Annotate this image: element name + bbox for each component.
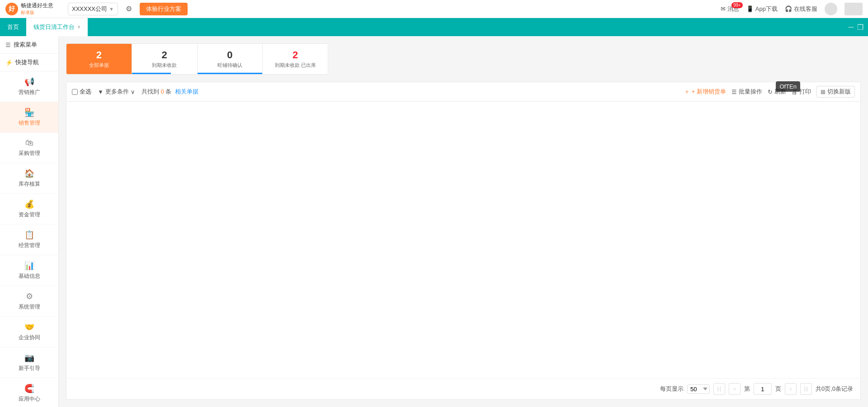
card-label-all: 全部单据: [75, 62, 123, 69]
card-label-overdue: 到期未收款: [141, 62, 188, 69]
plus-icon: ＋: [684, 88, 690, 96]
search-menu-button[interactable]: ☰ 搜索菜单: [0, 36, 58, 54]
first-page-button[interactable]: ⟨⟨: [713, 383, 725, 395]
total-pages-text: 共0页,0条记录: [816, 385, 853, 393]
inner-content: 2 全部单据 2 到期未收款 0 旺铺待确认: [59, 36, 868, 407]
operations-icon: 📋: [24, 230, 34, 240]
page-number-input[interactable]: [754, 383, 772, 395]
page-size-select[interactable]: 10 20 50 100: [687, 384, 710, 394]
toolbar-right: ＋ + 新增销货单 ☰ 批量操作 ↻ 刷新 🖨: [684, 86, 855, 98]
maximize-icon[interactable]: ❐: [857, 23, 863, 32]
sidebar-item-newbie[interactable]: 📷 新手引导: [0, 347, 58, 378]
card-num-overdue: 2: [141, 49, 188, 61]
table-empty-state: [66, 102, 860, 378]
related-orders-link[interactable]: 相关单据: [175, 88, 198, 96]
messages-button[interactable]: ✉ 消息 99+: [721, 5, 739, 13]
sidebar-item-operations[interactable]: 📋 经营管理: [0, 225, 58, 255]
online-service-button[interactable]: 🎧 在线客服: [785, 5, 817, 13]
company-selector[interactable]: XXXXXX公司 ▼: [68, 3, 118, 15]
filter-label: 更多条件: [105, 88, 129, 96]
app-download-label: App下载: [755, 5, 778, 13]
basic-info-icon: 📊: [24, 261, 34, 271]
settings-button[interactable]: ⚙: [123, 3, 135, 15]
quick-nav-label: 快捷导航: [15, 58, 39, 66]
prev-page-button[interactable]: ＜: [729, 383, 741, 395]
card-progress-bar2: [198, 73, 263, 74]
toolbar: 全选 ▼ 更多条件 ∨ 共找到 0 条 相关单据: [66, 82, 861, 102]
search-icon: ☰: [5, 42, 11, 48]
filter-icon: ▼: [98, 89, 104, 95]
result-count: 0: [161, 88, 164, 95]
card-progress-bar: [132, 73, 171, 74]
page-size-label: 每页显示: [660, 385, 684, 393]
sidebar-item-inventory[interactable]: 🏠 库存核算: [0, 163, 58, 194]
pagination: 每页显示 10 20 50 100 ⟨⟨ ＜ 第 页 ＞ ⟩⟩: [66, 378, 860, 399]
refresh-icon: ↻: [768, 89, 773, 95]
company-name: XXXXXX公司: [72, 5, 107, 13]
system-icon: ⚙: [26, 291, 33, 301]
app-download-button[interactable]: 📱 App下载: [746, 5, 778, 13]
sidebar-item-basic-info[interactable]: 📊 基础信息: [0, 255, 58, 286]
sidebar-item-purchase[interactable]: 🛍 采购管理: [0, 133, 58, 163]
card-num-wangpu: 0: [207, 49, 254, 61]
card-all-orders[interactable]: 2 全部单据: [66, 44, 132, 74]
tab-bar: 首页 钱货日清工作台 × ─ ❐: [0, 18, 868, 36]
sidebar-item-label: 营销推广: [19, 89, 40, 96]
print-button[interactable]: 🖨 打印: [792, 88, 811, 96]
top-header: 好 畅捷通好生意 标准版 XXXXXX公司 ▼ ⚙ 体验行业方案 ✉ 消息 99…: [0, 0, 868, 18]
sidebar-item-marketing[interactable]: 📢 营销推广: [0, 71, 58, 102]
select-all-input[interactable]: [72, 89, 78, 95]
add-sales-order-button[interactable]: ＋ + 新增销货单: [684, 88, 726, 96]
last-page-button[interactable]: ⟩⟩: [800, 383, 812, 395]
purchase-icon: 🛍: [25, 138, 33, 148]
sidebar-item-finance[interactable]: 💰 资金管理: [0, 194, 58, 225]
toolbar-left: 全选 ▼ 更多条件 ∨ 共找到 0 条 相关单据: [72, 87, 198, 97]
card-wangpu-pending[interactable]: 0 旺铺待确认: [198, 44, 263, 74]
user-menu[interactable]: [844, 3, 863, 15]
logo-text: 畅捷通好生意 标准版: [21, 2, 53, 15]
sidebar-item-app-center[interactable]: 🧲 应用中心: [0, 378, 58, 407]
card-overdue-shipped[interactable]: 2 到期未收款 已出库: [263, 44, 328, 74]
service-icon: 🎧: [785, 5, 792, 12]
minimize-icon[interactable]: ─: [849, 23, 854, 31]
table-area: 每页显示 10 20 50 100 ⟨⟨ ＜ 第 页 ＞ ⟩⟩: [66, 102, 861, 400]
print-icon: 🖨: [792, 89, 797, 95]
toolbar-table-wrapper: 全选 ▼ 更多条件 ∨ 共找到 0 条 相关单据: [66, 82, 861, 400]
sidebar-item-sales[interactable]: 🏪 销售管理: [0, 102, 58, 133]
page-label: 第: [744, 385, 750, 393]
quick-nav-button[interactable]: ⚡ 快捷导航: [0, 54, 58, 71]
main-layout: ☰ 搜索菜单 ⚡ 快捷导航 📢 营销推广 🏪 销售管理 🛍 采购管理 🏠 库存核…: [0, 36, 868, 407]
switch-new-version-button[interactable]: ⊞ 切换新版: [816, 86, 855, 98]
tab-close-icon[interactable]: ×: [77, 24, 80, 30]
header-right: ✉ 消息 99+ 📱 App下载 🎧 在线客服: [721, 3, 863, 15]
sidebar-item-system[interactable]: ⚙ 系统管理: [0, 286, 58, 317]
switch-icon: ⊞: [821, 89, 826, 95]
avatar[interactable]: [825, 3, 837, 15]
select-all-checkbox[interactable]: 全选: [72, 88, 91, 96]
card-num-all: 2: [75, 49, 123, 61]
tab-qianhuoriqing[interactable]: 钱货日清工作台 ×: [26, 18, 88, 36]
filter-button[interactable]: ▼ 更多条件 ∨: [95, 87, 138, 97]
card-overdue-uncollected[interactable]: 2 到期未收款: [132, 44, 198, 74]
sidebar-item-label: 基础信息: [19, 272, 40, 280]
finance-icon: 💰: [24, 199, 34, 209]
marketing-icon: 📢: [24, 77, 34, 87]
sidebar-item-enterprise[interactable]: 🤝 企业协同: [0, 317, 58, 347]
experience-button[interactable]: 体验行业方案: [140, 3, 188, 15]
logo-area: 好 畅捷通好生意 标准版: [5, 2, 64, 15]
refresh-button[interactable]: ↻ 刷新: [768, 88, 786, 96]
card-label-wangpu: 旺铺待确认: [207, 62, 254, 69]
page-unit: 页: [775, 385, 781, 393]
card-progress2: [198, 73, 263, 74]
batch-operation-button[interactable]: ☰ 批量操作: [731, 88, 762, 96]
tab-home[interactable]: 首页: [0, 18, 26, 36]
newbie-icon: 📷: [24, 353, 34, 363]
next-page-button[interactable]: ＞: [785, 383, 797, 395]
logo-icon: 好: [5, 3, 18, 15]
select-all-label: 全选: [80, 88, 91, 96]
chevron-down-icon: ▼: [109, 6, 114, 12]
sidebar-item-label: 销售管理: [19, 119, 40, 127]
sidebar-item-label: 企业协同: [19, 334, 40, 342]
app-center-icon: 🧲: [24, 384, 34, 393]
card-label-shipped: 到期未收款 已出库: [272, 62, 319, 69]
